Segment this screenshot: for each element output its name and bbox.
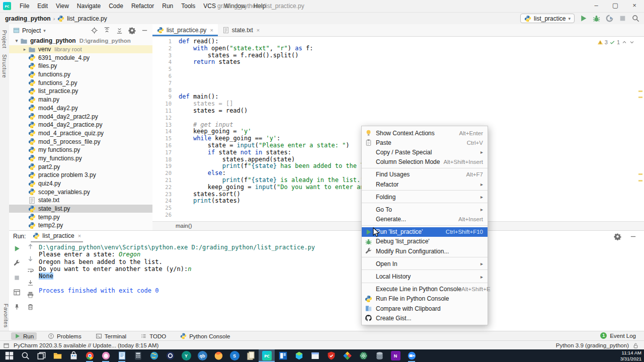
tree-item-temp-py[interactable]: temp.py bbox=[9, 213, 152, 221]
taskbar-button-zoom[interactable] bbox=[404, 349, 420, 362]
taskbar-button-quickbooks[interactable]: qb bbox=[194, 349, 210, 362]
context-menu-item-run-list-practice[interactable]: Run 'list_practice' Ctrl+Shift+F10 bbox=[362, 227, 488, 237]
taskbar-button-documents[interactable] bbox=[243, 349, 259, 362]
down-arrow-icon[interactable] bbox=[27, 255, 34, 262]
close-icon[interactable]: × bbox=[257, 27, 260, 33]
code-line-2[interactable]: 2 with open("state.txt", "r") as f: bbox=[152, 45, 644, 52]
run-console-tab[interactable]: list_practice × bbox=[31, 230, 83, 242]
console-output[interactable]: D:\grading_python\venv\Scripts\python.ex… bbox=[39, 244, 644, 294]
context-menu-item-execute-line-in-python-console[interactable]: Execute Line in Python Console Alt+Shift… bbox=[362, 285, 488, 294]
context-menu-item-paste[interactable]: Paste Ctrl+V bbox=[362, 138, 488, 147]
taskbar-button-white-window-app[interactable] bbox=[307, 349, 323, 362]
tree-item-functions-2-py[interactable]: functions_2.py bbox=[9, 78, 152, 87]
menu-edit[interactable]: Edit bbox=[33, 3, 52, 10]
up-arrow-icon[interactable] bbox=[27, 243, 34, 250]
taskbar-clock[interactable]: 11:14 AM 3/31/2021 bbox=[620, 350, 641, 361]
code-line-3[interactable]: 3 states = f.read().split() bbox=[152, 52, 644, 59]
taskbar-button-chrome[interactable] bbox=[82, 349, 98, 362]
tree-item-grading-python[interactable]: ▾ grading_python D:\grading_python bbox=[9, 37, 152, 45]
expand-all-icon[interactable] bbox=[103, 27, 111, 34]
taskbar-button-calculator[interactable] bbox=[130, 349, 146, 362]
hide-panel-icon[interactable] bbox=[629, 233, 637, 240]
tree-item-mod4-day2-py[interactable]: mod4_day2.py bbox=[9, 104, 152, 113]
taskbar-button-notepad[interactable] bbox=[114, 349, 130, 362]
tree-item-main-py[interactable]: main.py bbox=[9, 96, 152, 104]
context-menu-item-debug-list-practice[interactable]: Debug 'list_practice' bbox=[362, 237, 488, 246]
debug-button[interactable] bbox=[592, 14, 601, 23]
close-icon[interactable]: × bbox=[78, 233, 81, 239]
coverage-button[interactable] bbox=[605, 14, 614, 23]
menu-file[interactable]: File bbox=[16, 3, 33, 10]
context-menu-item-show-context-actions[interactable]: Show Context Actions Alt+Enter bbox=[362, 128, 488, 138]
code-line-5[interactable]: 5 bbox=[152, 66, 644, 73]
context-menu-item-modify-run-configuration[interactable]: Modify Run Configuration... bbox=[362, 246, 488, 256]
run-button[interactable] bbox=[579, 14, 588, 23]
taskbar-button-start[interactable] bbox=[1, 349, 17, 362]
taskbar-button-database-app[interactable] bbox=[371, 349, 387, 362]
taskbar-button-file-explorer[interactable] bbox=[49, 349, 65, 362]
tree-item-6391-module-4-py[interactable]: 6391_module_4.py bbox=[9, 53, 152, 62]
tree-item-files-py[interactable]: files.py bbox=[9, 62, 152, 70]
stop-button[interactable] bbox=[618, 14, 627, 23]
search-everywhere-icon[interactable] bbox=[631, 14, 640, 23]
taskbar-button-blue-tile-app[interactable] bbox=[275, 349, 291, 362]
scroll-to-end-icon[interactable] bbox=[27, 279, 34, 287]
menu-tools[interactable]: Tools bbox=[177, 3, 199, 10]
menu-view[interactable]: View bbox=[52, 3, 73, 10]
tool-stripe-project[interactable]: Project bbox=[2, 30, 8, 48]
context-menu-item-refactor[interactable]: Refactor bbox=[362, 179, 488, 189]
gear-icon[interactable] bbox=[614, 233, 621, 240]
taskbar-button-diamond-app[interactable] bbox=[339, 349, 355, 362]
menu-run[interactable]: Run bbox=[158, 3, 177, 10]
code-line-11[interactable]: 11 states = read() bbox=[152, 108, 644, 115]
context-menu-item-run-file-in-python-console[interactable]: Run File in Python Console bbox=[362, 294, 488, 304]
hide-panel-icon[interactable] bbox=[141, 27, 148, 34]
status-message[interactable]: PyCharm 2020.3.5 available // Update... … bbox=[14, 342, 158, 348]
taskbar-button-search[interactable] bbox=[17, 349, 33, 362]
tree-item-venv[interactable]: ▸ venv library root bbox=[9, 45, 152, 54]
tree-item-my-functions-py[interactable]: my functions.py bbox=[9, 146, 152, 154]
tree-item-mod-4-practice-quiz-py[interactable]: mod_4_practice_quiz.py bbox=[9, 129, 152, 138]
tree-item-scope-variables-py[interactable]: scope_variables.py bbox=[9, 188, 152, 196]
code-line-10[interactable]: 10 states = [] bbox=[152, 101, 644, 108]
menu-vcs[interactable]: VCS bbox=[199, 3, 220, 10]
taskbar-button-pycharm[interactable]: PC bbox=[259, 349, 275, 362]
editor-tab-list-practice-py[interactable]: list_practice.py × bbox=[152, 24, 218, 36]
close-icon[interactable]: × bbox=[625, 0, 644, 12]
chevron-down-icon[interactable]: ▾ bbox=[43, 28, 46, 33]
run-config-selector[interactable]: list_practice ▾ bbox=[520, 14, 575, 23]
tree-item-state-txt[interactable]: state.txt bbox=[9, 196, 152, 205]
event-log-button[interactable]: 1 Event Log bbox=[600, 332, 636, 339]
tool-window-button-terminal[interactable]: Terminal bbox=[93, 332, 129, 340]
tree-item-quiz4-py[interactable]: quiz4.py bbox=[9, 179, 152, 188]
code-line-1[interactable]: 1 def read(): bbox=[152, 38, 644, 45]
tree-item-state-list-py[interactable]: state_list.py bbox=[9, 205, 152, 213]
print-icon[interactable] bbox=[27, 291, 34, 299]
tool-window-button-run[interactable]: Run bbox=[11, 332, 37, 340]
minimize-icon[interactable]: – bbox=[587, 0, 606, 12]
taskbar-button-store[interactable] bbox=[65, 349, 82, 362]
taskbar-button-paint3d[interactable] bbox=[98, 349, 114, 362]
interpreter-label[interactable]: Python 3.9 (grading_python) bbox=[556, 342, 629, 348]
menu-navigate[interactable]: Navigate bbox=[73, 3, 105, 10]
soft-wrap-icon[interactable] bbox=[27, 267, 34, 275]
menu-code[interactable]: Code bbox=[105, 3, 127, 10]
context-menu-item-generate[interactable]: Generate... Alt+Insert bbox=[362, 215, 488, 224]
pin-icon[interactable] bbox=[13, 303, 21, 311]
tree-item-mod4-day2-practice-py[interactable]: mod4_day2_practice.py bbox=[9, 121, 152, 129]
breadcrumb-file[interactable]: list_practice.py bbox=[67, 15, 107, 22]
taskbar-button-1password[interactable] bbox=[162, 349, 178, 362]
code-line-9[interactable]: 9 def main(): bbox=[152, 94, 644, 101]
taskbar-button-s-app[interactable]: S bbox=[226, 349, 243, 362]
context-menu-item-open-in[interactable]: Open In bbox=[362, 259, 488, 268]
taskbar-button-atom-app[interactable] bbox=[355, 349, 371, 362]
tree-item-list-practice-py[interactable]: list_practice.py bbox=[9, 87, 152, 96]
context-menu-item-copy-paste-special[interactable]: Copy / Paste Special bbox=[362, 147, 488, 157]
gear-icon[interactable] bbox=[128, 27, 136, 34]
taskbar-button-task-view[interactable] bbox=[33, 349, 49, 362]
tool-stripe-favorites[interactable]: Favorites bbox=[3, 304, 9, 328]
context-menu-item-compare-with-clipboard[interactable]: Compare with Clipboard bbox=[362, 304, 488, 313]
close-icon[interactable]: × bbox=[210, 27, 213, 33]
taskbar-button-onenote[interactable]: N bbox=[387, 349, 404, 362]
clear-console-icon[interactable] bbox=[27, 303, 34, 311]
